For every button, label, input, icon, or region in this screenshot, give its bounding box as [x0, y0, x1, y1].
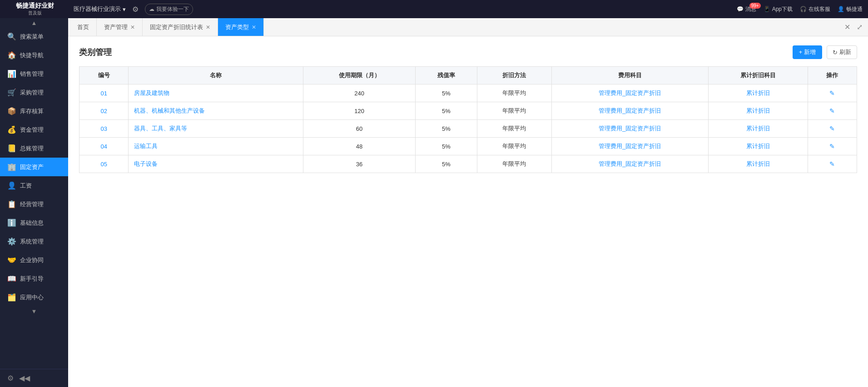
new-button[interactable]: + 新增: [793, 45, 822, 59]
col-header-residual: 残值率: [415, 67, 477, 84]
tab-home[interactable]: 首页: [68, 18, 97, 36]
sidebar-item-purchase[interactable]: 🛒 采购管理: [0, 83, 68, 102]
maximize-button[interactable]: ⤢: [854, 21, 865, 33]
col-header-method: 折旧方法: [477, 67, 551, 84]
cell-accum-account: 累计折旧: [708, 84, 808, 102]
cell-period: 48: [303, 138, 416, 155]
grid-icon: 🗂️: [7, 293, 16, 302]
experience-button[interactable]: ☁ 我要体验一下: [145, 4, 193, 15]
cell-period: 60: [303, 120, 416, 138]
refresh-button[interactable]: ↻ 刷新: [827, 45, 857, 59]
cell-accum-account: 累计折旧: [708, 120, 808, 138]
tab-asset-mgmt[interactable]: 资产管理 ✕: [97, 18, 143, 36]
cell-code: 03: [79, 120, 129, 138]
message-item[interactable]: 💬 消息 99+: [737, 5, 756, 13]
cart-icon: 🛒: [7, 88, 16, 97]
settings-bottom-icon[interactable]: ⚙: [7, 374, 14, 382]
sidebar-item-basic-info[interactable]: ℹ️ 基础信息: [0, 213, 68, 232]
sidebar-item-funds[interactable]: 💰 资金管理: [0, 120, 68, 139]
cell-method: 年限平均: [477, 138, 551, 155]
cell-residual: 5%: [415, 120, 477, 138]
company-selector[interactable]: 医疗器械行业演示 ▾: [74, 5, 126, 13]
top-bar-center: 医疗器械行业演示 ▾ ⚙ ☁ 我要体验一下: [64, 4, 737, 15]
sidebar-item-inventory[interactable]: 📦 库存核算: [0, 102, 68, 120]
avatar-icon: 👤: [838, 6, 844, 12]
sidebar-item-app-center[interactable]: 🗂️ 应用中心: [0, 288, 68, 307]
sidebar-bottom: ⚙ ◀◀: [0, 369, 68, 387]
collapse-icon[interactable]: ◀◀: [19, 374, 30, 382]
cell-residual: 5%: [415, 155, 477, 173]
sidebar-item-sales[interactable]: 📊 销售管理: [0, 64, 68, 83]
edit-icon[interactable]: ✎: [829, 143, 835, 150]
sidebar-item-quicknav[interactable]: 🏠 快捷导航: [0, 46, 68, 64]
sidebar-item-fixed-assets[interactable]: 🏢 固定资产: [0, 158, 68, 176]
edit-icon[interactable]: ✎: [829, 107, 835, 114]
sidebar-item-label: 固定资产: [20, 163, 44, 171]
sidebar-item-system[interactable]: ⚙️ 系统管理: [0, 232, 68, 251]
sidebar-item-label: 资金管理: [20, 126, 44, 134]
edit-icon[interactable]: ✎: [829, 89, 835, 97]
sidebar-item-label: 销售管理: [20, 70, 44, 78]
sidebar-item-salary[interactable]: 👤 工资: [0, 176, 68, 195]
tab-depreciation[interactable]: 固定资产折旧统计表 ✕: [143, 18, 218, 36]
online-service-item[interactable]: 🎧 在线客服: [800, 5, 830, 13]
sidebar-item-label: 采购管理: [20, 89, 44, 97]
sidebar-item-label: 系统管理: [20, 238, 44, 246]
cell-code: 01: [79, 84, 129, 102]
edit-icon[interactable]: ✎: [829, 125, 835, 132]
money-icon: 💰: [7, 125, 16, 134]
handshake-icon: 🤝: [7, 256, 16, 264]
sidebar-scroll-up[interactable]: ▲: [0, 18, 68, 27]
chevron-down-icon: ▾: [123, 6, 126, 13]
close-icon[interactable]: ✕: [252, 24, 256, 30]
sidebar-item-label: 应用中心: [20, 293, 44, 302]
sidebar-item-label: 总账管理: [20, 144, 44, 153]
cell-expense-account: 管理费用_固定资产折旧: [551, 84, 708, 102]
close-icon[interactable]: ✕: [206, 24, 210, 30]
cell-code: 02: [79, 102, 129, 120]
edit-icon[interactable]: ✎: [829, 160, 835, 168]
top-bar: 畅捷通好业财 普及版 医疗器械行业演示 ▾ ⚙ ☁ 我要体验一下 💬 消息 99…: [0, 0, 868, 18]
col-header-accum: 累计折旧科目: [708, 67, 808, 84]
close-icon[interactable]: ✕: [130, 24, 135, 30]
app-download-item[interactable]: 📱 App下载: [764, 5, 793, 13]
cell-name: 器具、工具、家具等: [129, 120, 303, 138]
logo-text: 畅捷通好业财: [16, 2, 54, 10]
page-title: 类别管理: [79, 47, 112, 58]
headset-icon: 🎧: [800, 6, 807, 12]
sidebar-scroll-down[interactable]: ▼: [0, 307, 68, 316]
sidebar-item-guide[interactable]: 📖 新手引导: [0, 269, 68, 288]
phone-icon: 📱: [764, 6, 770, 12]
sidebar-item-label: 工资: [20, 182, 32, 190]
close-window-button[interactable]: ✕: [842, 21, 853, 33]
col-header-code: 编号: [79, 67, 129, 84]
person-icon: 👤: [7, 181, 16, 190]
table-row: 05 电子设备 36 5% 年限平均 管理费用_固定资产折旧 累计折旧 ✎: [79, 155, 857, 173]
cell-method: 年限平均: [477, 120, 551, 138]
tab-asset-type[interactable]: 资产类型 ✕: [218, 18, 264, 36]
sidebar-item-search[interactable]: 🔍 搜索菜单: [0, 27, 68, 46]
cell-residual: 5%: [415, 102, 477, 120]
sidebar-item-ledger[interactable]: 📒 总账管理: [0, 139, 68, 158]
cell-actions: ✎: [808, 102, 857, 120]
cell-actions: ✎: [808, 84, 857, 102]
page-actions: + 新增 ↻ 刷新: [793, 45, 857, 59]
cell-residual: 5%: [415, 84, 477, 102]
cell-method: 年限平均: [477, 102, 551, 120]
sidebar: ▲ 🔍 搜索菜单 🏠 快捷导航 📊 销售管理 🛒 采购管理 📦 库存核算 💰 资…: [0, 18, 68, 387]
table-row: 01 房屋及建筑物 240 5% 年限平均 管理费用_固定资产折旧 累计折旧 ✎: [79, 84, 857, 102]
sidebar-item-operations[interactable]: 📋 经营管理: [0, 195, 68, 213]
cell-period: 36: [303, 155, 416, 173]
sidebar-item-label: 新手引导: [20, 275, 44, 283]
company-name: 医疗器械行业演示: [74, 5, 121, 13]
sidebar-item-enterprise[interactable]: 🤝 企业协同: [0, 251, 68, 269]
cell-accum-account: 累计折旧: [708, 138, 808, 155]
cell-code: 04: [79, 138, 129, 155]
content-area: 首页 资产管理 ✕ 固定资产折旧统计表 ✕ 资产类型 ✕ ✕ ⤢ 类别管理: [68, 18, 868, 387]
settings-icon[interactable]: ⚙: [129, 4, 141, 15]
box-icon: 📦: [7, 107, 16, 115]
user-item[interactable]: 👤 畅捷通: [838, 5, 863, 13]
table-row: 02 机器、机械和其他生产设备 120 5% 年限平均 管理费用_固定资产折旧 …: [79, 102, 857, 120]
col-header-actions: 操作: [808, 67, 857, 84]
col-header-name: 名称: [129, 67, 303, 84]
